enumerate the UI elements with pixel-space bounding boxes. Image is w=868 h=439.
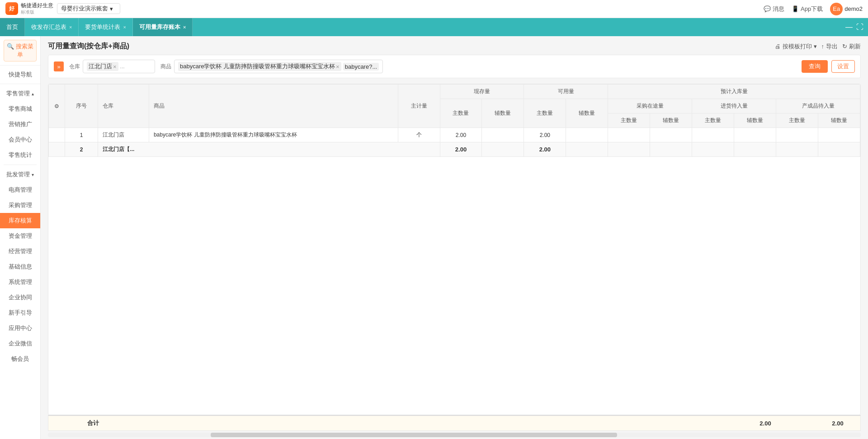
sidebar-item-wechat-work[interactable]: 企业微信 [0,336,40,351]
sidebar-item-inventory[interactable]: 库存核算 [0,213,40,228]
sidebar-item-marketing[interactable]: 营销推广 [0,117,40,132]
search-menu-button[interactable]: 🔍 搜索菜单 [4,40,37,61]
page-actions: 🖨 按模板打印 ▾ ↑ 导出 ↻ 刷新 [775,42,861,51]
sidebar-item-system[interactable]: 系统管理 [0,274,40,290]
message-icon: 💬 [764,5,771,12]
tab-home-label: 首页 [6,23,18,31]
sidebar-item-member[interactable]: 畅会员 [0,351,40,367]
logo-subtitle: 标准版 [21,9,53,15]
subtotal-avail-aux [566,142,608,157]
th-incoming-pending-group: 进货待入量 [692,99,776,113]
avatar: Ea [830,3,843,15]
sidebar-item-basics[interactable]: 基础信息 [0,259,40,274]
industry-label: 母婴行业演示账套 [61,5,108,13]
subtotal-incoming-main [692,142,734,157]
sidebar-item-ecommerce[interactable]: 电商管理 [0,182,40,198]
subtotal-no: 2 [65,142,98,157]
th-purchase-main: 主数量 [608,113,650,128]
product-tag-close[interactable]: × [336,63,340,70]
tab-recv-pay[interactable]: 收发存汇总表 × [25,18,79,36]
sidebar-nav: 快捷导航 [0,66,40,84]
tab-home[interactable]: 首页 [0,18,25,36]
filter-expand-button[interactable]: » [54,61,64,71]
th-incoming-aux: 辅数量 [734,113,776,128]
sidebar-item-retail-mgmt[interactable]: 零售管理 ▴ [0,86,40,101]
app-icon: 📱 [792,5,799,12]
user-area[interactable]: Ea demo2 [830,3,863,15]
subtotal-purchase-aux [650,142,692,157]
top-bar-left: 好 畅捷通好生意 标准版 母婴行业演示账套 ▾ [5,2,120,15]
th-warehouse: 仓库 [98,85,149,128]
th-gear[interactable]: ⚙ [49,85,65,128]
sidebar-item-batch-mgmt-label: 批发管理 [6,170,30,179]
tab-order-stat[interactable]: 要货单统计表 × [79,18,132,36]
row-produce-main [776,128,818,142]
th-purchase-transit-group: 采购在途量 [608,99,692,113]
sidebar-item-finance[interactable]: 资金管理 [0,228,40,244]
th-no: 序号 [65,85,98,128]
warehouse-more: ... [120,63,125,70]
sidebar-item-member-center[interactable]: 会员中心 [0,132,40,147]
chevron-down-icon: ▾ [110,5,113,12]
tab-recv-pay-close[interactable]: × [69,24,72,30]
th-avail-group: 可用量 [524,85,608,99]
subtotal-purchase-main [608,142,650,157]
top-bar-right: 💬 消息 📱 App下载 Ea demo2 [764,3,863,15]
sidebar-item-operations-label: 经营管理 [9,247,32,255]
tab-bar-actions: — ⛶ [841,18,868,36]
refresh-label: 刷新 [849,42,861,51]
table-row: 1 江北门店 babycare学饮杯 儿童防摔防撞吸管杯重力球吸嘴杯宝宝水杯 个… [49,128,860,142]
query-button[interactable]: 查询 [802,60,828,73]
sidebar-item-wechat-work-label: 企业微信 [9,340,32,348]
warehouse-input[interactable]: 江北门店 × ... [83,60,155,73]
row-warehouse: 江北门店 [98,128,149,142]
sidebar-item-purchase[interactable]: 采购管理 [0,198,40,213]
tab-maximize-icon[interactable]: ⛶ [856,23,863,31]
product-input[interactable]: babycare学饮杯 儿童防摔防撞吸管杯重力球吸嘴杯宝宝水杯 × babyca… [174,60,383,73]
app-download-button[interactable]: 📱 App下载 [792,5,823,13]
footer-stock-main: 2.00 [747,420,783,427]
sidebar-item-newguide[interactable]: 新手引导 [0,305,40,321]
sidebar-divider-1 [4,165,37,165]
industry-select[interactable]: 母婴行业演示账套 ▾ [57,3,120,14]
quick-nav-button[interactable]: 快捷导航 [0,68,40,81]
message-label: 消息 [773,5,784,13]
sidebar-item-retail-mall[interactable]: 零售商城 [0,101,40,117]
quick-nav-label: 快捷导航 [9,71,32,78]
sidebar-item-purchase-label: 采购管理 [9,201,32,209]
avatar-text: Ea [833,5,840,12]
tab-available-inv-close[interactable]: × [183,24,186,30]
print-label: 按模板打印 [783,42,812,51]
tab-available-inv[interactable]: 可用量库存账本 × [133,18,193,36]
sidebar-item-batch-mgmt[interactable]: 批发管理 ▾ [0,167,40,182]
sidebar-item-retail-mgmt-arrow: ▴ [32,91,34,96]
row-gear [49,128,65,142]
tab-bar: 首页 收发存汇总表 × 要货单统计表 × 可用量库存账本 × — ⛶ [0,18,868,36]
scroll-bar[interactable] [48,433,861,437]
row-incoming-main [692,128,734,142]
refresh-button[interactable]: ↻ 刷新 [842,42,861,51]
sidebar-item-enterprise[interactable]: 企业协同 [0,290,40,305]
sidebar-item-batch-mgmt-arrow: ▾ [32,172,34,177]
sidebar-item-basics-label: 基础信息 [9,263,32,271]
subtotal-stock-aux [482,142,524,157]
page-header: 可用量查询(按仓库+商品) 🖨 按模板打印 ▾ ↑ 导出 ↻ 刷新 [41,36,868,55]
sidebar-item-retail-stat[interactable]: 零售统计 [0,147,40,163]
subtotal-produce-main [776,142,818,157]
warehouse-tag-close[interactable]: × [113,63,117,70]
sidebar-item-operations[interactable]: 经营管理 [0,244,40,259]
th-forecast-group: 预计入库量 [608,85,860,99]
print-button[interactable]: 🖨 按模板打印 ▾ [775,42,817,51]
tab-order-stat-close[interactable]: × [123,24,126,30]
message-button[interactable]: 💬 消息 [764,5,784,13]
setting-button[interactable]: 设置 [831,60,855,73]
export-button[interactable]: ↑ 导出 [821,42,838,51]
th-stock-aux: 辅数量 [482,99,524,128]
logo-icon: 好 [5,2,18,15]
inventory-table: ⚙ 序号 仓库 商品 主计量 现存量 可用量 预计入库量 主数量 辅数量 主数量… [48,84,860,157]
th-unit: 主计量 [398,85,440,128]
tab-minimize-icon[interactable]: — [845,23,853,31]
sidebar-item-appcenter-label: 应用中心 [9,324,32,332]
row-purchase-aux [650,128,692,142]
sidebar-item-appcenter[interactable]: 应用中心 [0,321,40,336]
